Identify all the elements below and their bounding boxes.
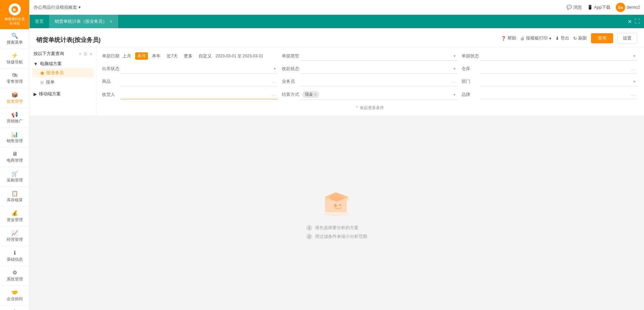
sidebar: 畅 畅捷通好生意 标准版 🔍 搜索菜单 ⚡ 快捷导航 🛍 零售管理 📦 批发管理… xyxy=(0,0,30,310)
settlement-control[interactable]: 现金 × ▾ xyxy=(300,90,458,100)
sidebar-item-guide[interactable]: 🎓 新手引导 xyxy=(0,306,29,310)
receipt-status-control[interactable]: ▾ xyxy=(300,64,458,73)
date-btn-more[interactable]: 更多 xyxy=(182,52,195,60)
workspace-selector[interactable]: 办公用品行业模拟账套 ▾ xyxy=(34,4,81,10)
doc-status-dropdown-icon: ▾ xyxy=(633,54,635,58)
basic-info-icon: ℹ xyxy=(14,250,16,256)
sidebar-item-label: 基础信息 xyxy=(7,257,23,262)
scheme-item-label: 按业务员 xyxy=(46,70,64,76)
filter-row-3: 商品 … 业务员 … xyxy=(102,77,637,86)
settings-scheme-icon[interactable]: ⊙ xyxy=(84,51,88,56)
topbar-right: 💬 消息 📱 App下载 Ea demo2 xyxy=(567,3,640,12)
export-btn[interactable]: ⬇ 导出 xyxy=(555,35,569,41)
print-dropdown-icon: ▾ xyxy=(549,36,551,41)
sidebar-item-ecom[interactable]: 🖥 电商管理 xyxy=(0,148,29,167)
tabs-bar: 首页 销货单统计表（按业务员） × ✕ ⛶ xyxy=(30,15,644,28)
sidebar-item-quick-nav[interactable]: ⚡ 快捷导航 xyxy=(0,49,29,69)
empty-tips: 1 请先选择要分析的方案 2 用过滤条件来缩小分析范围 xyxy=(306,225,367,240)
scheme-item-salesperson[interactable]: ◉ 按业务员 xyxy=(32,68,94,78)
scheme-group-desktop-header[interactable]: ▼ 电脑端方案 xyxy=(32,59,94,68)
sidebar-item-finance[interactable]: 💰 资金管理 xyxy=(0,207,29,226)
sidebar-item-ops[interactable]: 📈 经营管理 xyxy=(0,226,29,246)
date-btn-7days[interactable]: 近7天 xyxy=(165,52,180,60)
group-expand-icon: ▶ xyxy=(34,92,37,97)
collapse-button[interactable]: ⌃ 收起更多条件 xyxy=(102,103,637,113)
refresh-btn[interactable]: ↻ 刷新 xyxy=(573,35,587,41)
date-btn-last-month[interactable]: 上月 xyxy=(120,52,133,60)
help-btn[interactable]: ❓ 帮助 xyxy=(501,35,516,41)
filter-field-department: 部门 ▾ xyxy=(462,77,637,86)
sidebar-item-sales[interactable]: 📊 销售管理 xyxy=(0,128,29,148)
sidebar-item-label: 采购管理 xyxy=(7,177,23,183)
brand-control[interactable]: … xyxy=(480,90,637,99)
sidebar-item-purchase[interactable]: 🛒 采购管理 xyxy=(0,167,29,187)
sidebar-item-search-menu[interactable]: 🔍 搜索菜单 xyxy=(0,29,29,49)
tab-close-all-btn[interactable]: ✕ xyxy=(628,18,632,25)
add-scheme-icon[interactable]: + xyxy=(79,51,82,56)
salesperson-control[interactable]: … xyxy=(300,77,458,86)
tab-home-label: 首页 xyxy=(35,18,44,24)
tab-expand-btn[interactable]: ⛶ xyxy=(635,18,640,24)
scheme-item-order[interactable]: ⊞ 按单 xyxy=(32,78,94,87)
page-title: 销货单统计表(按业务员) xyxy=(36,36,101,44)
goods-control[interactable]: … xyxy=(120,77,278,86)
doc-status-control[interactable]: ▾ xyxy=(480,51,637,61)
sidebar-item-enterprise[interactable]: 🤝 企业协同 xyxy=(0,286,29,306)
scheme-group-mobile-header[interactable]: ▶ 移动端方案 xyxy=(32,90,94,98)
department-dropdown-icon: ▾ xyxy=(633,79,635,84)
sidebar-item-marketing[interactable]: 📢 营销推广 xyxy=(0,108,29,128)
avatar: Ea xyxy=(616,3,625,12)
date-btn-this-month[interactable]: 本月 xyxy=(135,52,148,60)
collapse-panel-icon[interactable]: « xyxy=(90,51,92,56)
date-controls: 上月 本月 本年 近7天 更多 自定义 2023-03-01 至 2023-03… xyxy=(120,52,263,60)
help-label: 帮助 xyxy=(507,35,516,41)
filter-field-out-status: 出库状态 ▾ xyxy=(102,64,278,73)
filter-panel-title: 按以下方案查询 xyxy=(34,51,64,57)
goods-dots-icon: … xyxy=(272,79,276,84)
refresh-label: 刷新 xyxy=(578,35,587,41)
filter-rows: 单据日期 上月 本月 本年 近7天 更多 自定义 2023-03-01 至 20… xyxy=(102,51,637,113)
tab-close-icon[interactable]: × xyxy=(110,19,112,24)
out-status-control[interactable]: ▾ xyxy=(120,64,278,73)
tab-sales-stat[interactable]: 销货单统计表（按业务员） × xyxy=(49,15,118,28)
date-btn-custom[interactable]: 自定义 xyxy=(197,52,214,60)
message-btn[interactable]: 💬 消息 xyxy=(567,4,582,10)
svg-point-8 xyxy=(334,204,336,206)
department-label: 部门 xyxy=(462,79,480,85)
receiver-control[interactable]: … xyxy=(120,90,278,99)
app-download-btn[interactable]: 📱 App下载 xyxy=(587,4,610,10)
salesperson-dots-icon: … xyxy=(451,79,455,84)
settlement-tag-text: 现金 xyxy=(305,92,313,97)
filter-field-receipt-status: 收款状态 ▾ xyxy=(282,64,458,73)
print-template-btn[interactable]: 🖨 按模板打印 ▾ xyxy=(520,35,551,41)
user-menu[interactable]: Ea demo2 xyxy=(616,3,640,12)
sidebar-item-stock[interactable]: 📋 库存核算 xyxy=(0,187,29,207)
scheme-active-icon: ◉ xyxy=(40,70,44,75)
sidebar-item-wholesale[interactable]: 📦 批发管理 xyxy=(0,88,29,108)
app-logo[interactable]: 畅 畅捷通好生意 标准版 xyxy=(0,0,30,29)
sidebar-item-basic-info[interactable]: ℹ 基础信息 xyxy=(0,246,29,266)
empty-tip-1: 1 请先选择要分析的方案 xyxy=(306,225,367,231)
sidebar-nav-group: 🔍 搜索菜单 ⚡ 快捷导航 🛍 零售管理 📦 批发管理 📢 营销推广 📊 销售管… xyxy=(0,29,29,310)
doc-type-control[interactable]: ▾ xyxy=(300,51,458,61)
app-name: 畅捷通好生意 xyxy=(5,17,25,21)
filter-area: 按以下方案查询 + ⊙ « ▼ 电脑端方案 ◉ xyxy=(30,47,644,115)
settlement-tag-close[interactable]: × xyxy=(314,92,317,97)
marketing-icon: 📢 xyxy=(11,111,18,118)
filter-left-panel: 按以下方案查询 + ⊙ « ▼ 电脑端方案 ◉ xyxy=(30,47,97,115)
settlement-dropdown-icon: ▾ xyxy=(453,92,455,97)
warehouse-control[interactable]: … xyxy=(480,64,637,73)
settings-button[interactable]: 设置 xyxy=(617,33,637,44)
receipt-status-label: 收款状态 xyxy=(282,66,300,72)
sidebar-item-retail[interactable]: 🛍 零售管理 xyxy=(0,69,29,88)
sidebar-item-system[interactable]: ⚙ 系统管理 xyxy=(0,266,29,286)
filter-row-1: 单据日期 上月 本月 本年 近7天 更多 自定义 2023-03-01 至 20… xyxy=(102,51,637,61)
department-control[interactable]: ▾ xyxy=(480,77,637,86)
query-button[interactable]: 查询 xyxy=(591,33,613,43)
sidebar-item-label: 快捷导航 xyxy=(7,59,23,65)
date-btn-this-year[interactable]: 本年 xyxy=(150,52,163,60)
tab-home[interactable]: 首页 xyxy=(30,15,49,28)
tip-text-1: 请先选择要分析的方案 xyxy=(315,225,359,231)
export-label: 导出 xyxy=(560,35,569,41)
filter-field-warehouse: 仓库 … xyxy=(462,64,637,73)
